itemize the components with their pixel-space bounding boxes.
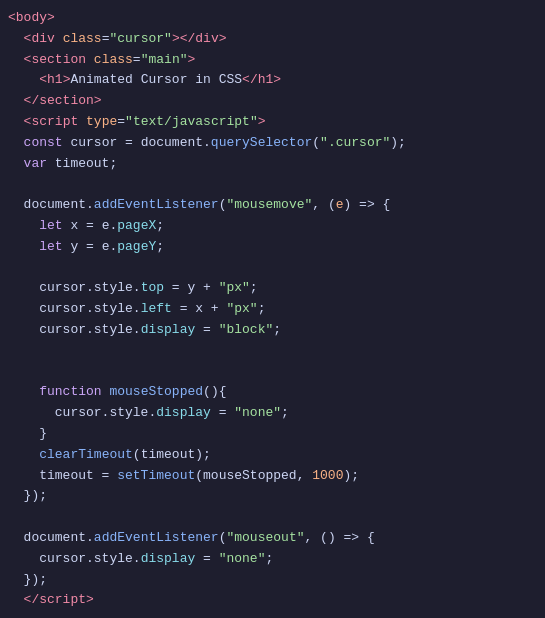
code-token [78, 112, 86, 133]
code-token: < [39, 70, 47, 91]
code-token: ; [281, 403, 289, 424]
code-token [8, 70, 39, 91]
code-editor: <body> <div class="cursor"></div> <secti… [0, 0, 545, 618]
code-token: class [63, 29, 102, 50]
code-token [8, 237, 39, 258]
code-token: "text/javascript" [125, 112, 258, 133]
code-token [8, 91, 24, 112]
code-line: </script> [0, 590, 545, 611]
code-line: timeout = setTimeout(mouseStopped, 1000)… [0, 466, 545, 487]
code-token: 1000 [312, 466, 343, 487]
code-token: type [86, 112, 117, 133]
code-token [8, 154, 24, 175]
code-token: "px" [219, 278, 250, 299]
code-token: < [8, 8, 16, 29]
code-token: top [141, 278, 164, 299]
code-token: = [211, 403, 234, 424]
code-token: = [102, 29, 110, 50]
code-token: < [24, 29, 32, 50]
code-token: section [31, 50, 86, 71]
code-line: <div class="cursor"></div> [0, 29, 545, 50]
code-token: ); [390, 133, 406, 154]
code-token [8, 50, 24, 71]
code-token: ); [343, 466, 359, 487]
code-token: ; [156, 216, 164, 237]
code-token: ; [250, 278, 258, 299]
code-token: ; [156, 237, 164, 258]
code-token [8, 382, 39, 403]
code-token: cursor.style. [8, 549, 141, 570]
code-token [8, 216, 39, 237]
code-token: = [117, 112, 125, 133]
code-token: > [187, 50, 195, 71]
code-line [0, 174, 545, 195]
code-token: ( [219, 195, 227, 216]
code-line: var timeout; [0, 154, 545, 175]
code-token [55, 29, 63, 50]
code-line: document.addEventListener("mousemove", (… [0, 195, 545, 216]
code-token: script [39, 590, 86, 611]
code-token: "px" [226, 299, 257, 320]
code-token: let [39, 216, 62, 237]
code-token: > [258, 112, 266, 133]
code-token: setTimeout [117, 466, 195, 487]
code-token: = [133, 50, 141, 71]
code-token: > [219, 29, 227, 50]
code-token: ; [273, 320, 281, 341]
code-token: </ [180, 29, 196, 50]
code-token: > [47, 8, 55, 29]
code-token: cursor = document. [63, 133, 211, 154]
code-line: let y = e.pageY; [0, 237, 545, 258]
code-token: ".cursor" [320, 133, 390, 154]
code-token: const [24, 133, 63, 154]
code-token: pageY [117, 237, 156, 258]
code-token: e [336, 195, 344, 216]
code-token: </ [24, 590, 40, 611]
code-line: <section class="main"> [0, 50, 545, 71]
code-token: cursor.style. [8, 278, 141, 299]
code-token [8, 445, 39, 466]
code-token: document. [8, 528, 94, 549]
code-token: h1 [258, 70, 274, 91]
code-token: function [39, 382, 101, 403]
code-line: let x = e.pageX; [0, 216, 545, 237]
code-token: script [31, 112, 78, 133]
code-token: "none" [234, 403, 281, 424]
code-token: mouseStopped [109, 382, 203, 403]
code-token: </ [24, 91, 40, 112]
code-token: addEventListener [94, 528, 219, 549]
code-token: let [39, 237, 62, 258]
code-token [8, 133, 24, 154]
code-token: var [24, 154, 47, 175]
code-token: display [156, 403, 211, 424]
code-token: Animated Cursor in CSS [70, 70, 242, 91]
code-token: } [8, 424, 47, 445]
code-line: cursor.style.display = "block"; [0, 320, 545, 341]
code-token: < [24, 112, 32, 133]
code-token: clearTimeout [39, 445, 133, 466]
code-token: left [141, 299, 172, 320]
code-token: "mousemove" [226, 195, 312, 216]
code-token: (timeout); [133, 445, 211, 466]
code-line: <body> [0, 8, 545, 29]
code-token: > [273, 70, 281, 91]
code-token: body [16, 8, 47, 29]
code-token: }); [8, 486, 47, 507]
code-token: > [63, 70, 71, 91]
code-token: querySelector [211, 133, 312, 154]
code-token: < [24, 50, 32, 71]
code-token: ; [265, 549, 273, 570]
code-token: addEventListener [94, 195, 219, 216]
code-token: = [195, 549, 218, 570]
code-token: cursor.style. [8, 320, 141, 341]
code-token: (){ [203, 382, 226, 403]
code-token: = y + [164, 278, 219, 299]
code-token: cursor.style. [8, 403, 156, 424]
code-token: "main" [141, 50, 188, 71]
code-line [0, 258, 545, 279]
code-line: function mouseStopped(){ [0, 382, 545, 403]
code-token: ( [312, 133, 320, 154]
code-token: "none" [219, 549, 266, 570]
code-token: = x + [172, 299, 227, 320]
code-token: (mouseStopped, [195, 466, 312, 487]
